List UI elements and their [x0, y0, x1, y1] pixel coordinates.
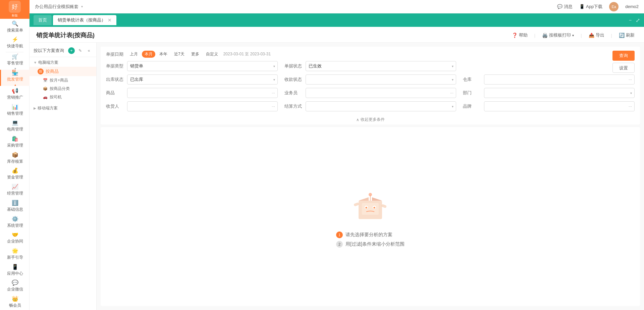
product-dots[interactable]: ···: [272, 91, 275, 95]
industry-dropdown-arrow[interactable]: ▾: [81, 5, 83, 8]
sidebar-item-marketing[interactable]: 📢 营销推广: [0, 86, 30, 102]
tab-maximize-btn[interactable]: ⤢: [636, 17, 640, 23]
export-btn[interactable]: 📤 导出: [586, 31, 607, 40]
sales-icon: 📊: [12, 104, 18, 110]
sidebar-item-ecommerce[interactable]: 💻 电商管理: [0, 118, 30, 134]
filter-cell-receiver: 收货人 ···: [106, 101, 278, 111]
doc-status-select[interactable]: 已生效: [306, 61, 456, 71]
sidebar-item-label: 电商管理: [7, 126, 23, 132]
query-button[interactable]: 查询: [612, 51, 635, 61]
collapse-panel-btn[interactable]: «: [86, 47, 92, 54]
operations-icon: 📈: [12, 184, 18, 190]
tree-item-by-month-product[interactable]: 📅 按月+商品: [30, 76, 96, 85]
tab-minimize-btn[interactable]: －: [628, 17, 633, 24]
print-dropdown-arrow[interactable]: ▾: [572, 34, 574, 37]
svg-point-5: [374, 207, 375, 209]
sidebar-divider: [6, 52, 23, 52]
doc-status-content: 已生效 ▾: [306, 61, 456, 71]
sidebar-item-finance[interactable]: 💰 资金管理: [0, 166, 30, 182]
sidebar-item-label: 畅会员: [9, 303, 21, 308]
top-header: 办公用品行业模拟账套 ▾ 💬 消息 📱 App下载 Ea demo2: [30, 0, 644, 13]
doc-status-label: 单据状态: [284, 63, 303, 69]
sidebar-item-wholesale[interactable]: 🏪 批发管理 ▴: [0, 70, 30, 86]
salesperson-dots[interactable]: ···: [450, 91, 453, 95]
sidebar-item-enterprise-wechat[interactable]: 💬 企业微信: [0, 278, 30, 294]
sidebar-item-operations[interactable]: 📈 经营管理: [0, 182, 30, 198]
sidebar-item-system[interactable]: ⚙️ 系统管理: [0, 214, 30, 230]
sidebar-item-member[interactable]: 👑 畅会员: [0, 294, 30, 310]
industry-label: 办公用品行业模拟账套: [35, 4, 78, 10]
warehouse-dots[interactable]: ···: [629, 77, 632, 82]
basic-icon: ℹ️: [12, 200, 18, 206]
date-tab-this-year[interactable]: 本年: [157, 51, 170, 58]
payment-select[interactable]: [306, 101, 456, 111]
help-icon: ❓: [512, 33, 518, 38]
collab-icon: 🤝: [12, 231, 18, 238]
out-status-select[interactable]: 已出库: [127, 74, 278, 85]
avatar-text: Ea: [612, 5, 616, 9]
user-avatar[interactable]: Ea: [609, 2, 619, 11]
tree-item-by-category[interactable]: 📦 按商品分类: [30, 85, 96, 93]
sidebar-item-enterprise-collab[interactable]: 🤝 企业协同: [0, 230, 30, 246]
collapse-label: 收起更多条件: [361, 117, 385, 122]
receiver-input[interactable]: [127, 101, 278, 111]
add-scheme-btn[interactable]: +: [68, 47, 75, 54]
refresh-btn[interactable]: 🔄 刷新: [616, 31, 637, 40]
tree-item-by-driver[interactable]: 🚗 按司机: [30, 93, 96, 101]
sidebar-item-inventory[interactable]: 📦 库存核算: [0, 150, 30, 166]
retail-icon: 🛒: [12, 53, 18, 60]
product-input[interactable]: [127, 88, 278, 98]
sidebar-item-sales[interactable]: 📊 销售管理: [0, 102, 30, 118]
nav-icon: ⚡: [12, 36, 18, 43]
tab-close-icon[interactable]: ✕: [108, 18, 112, 22]
filter-cell-brand: 品牌 ···: [463, 101, 635, 111]
tree-section-pc-header[interactable]: ▼ 电脑端方案: [30, 58, 96, 67]
sidebar-item-label: 库存核算: [7, 159, 23, 164]
filter-cell-doc-status: 单据状态 已生效 ▾: [284, 61, 456, 71]
filter-container: 单据日期 上月 本月 本年 近7天 更多 自定义 2023-03-01 至 20…: [101, 47, 640, 124]
sidebar-item-basic[interactable]: ℹ️ 基础信息: [0, 198, 30, 214]
brand-input[interactable]: [484, 101, 635, 111]
doc-type-content: 销货单 ▾: [127, 61, 278, 71]
print-btn[interactable]: 🖨️ 按模板打印 ▾: [539, 31, 577, 40]
sidebar-item-quick-nav[interactable]: ⚡ 快捷导航: [0, 35, 30, 51]
left-panel: 按以下方案查询 + ✎ « ▼ 电脑端方案 按: [30, 43, 97, 310]
tab-home[interactable]: 首页: [34, 15, 52, 25]
receiver-dots[interactable]: ···: [272, 104, 275, 109]
filter-cell-doc-type: 单据类型 销货单 ▾: [106, 61, 278, 71]
tree-item-by-month-product-label: 按月+商品: [50, 78, 68, 83]
department-select[interactable]: [484, 88, 635, 98]
salesperson-input[interactable]: [306, 88, 456, 98]
date-tab-more[interactable]: 更多: [189, 51, 202, 58]
date-tab-this-month[interactable]: 本月: [142, 51, 155, 58]
collect-status-select[interactable]: [306, 74, 456, 85]
product-label: 商品: [106, 90, 124, 96]
message-btn[interactable]: 💬 消息: [557, 4, 573, 10]
collapse-bar[interactable]: ∧ 收起更多条件: [106, 115, 635, 124]
app-logo[interactable]: 好 标版: [0, 0, 30, 19]
filter-grid-row2: 出库状态 已出库 ▾ 收款状态: [106, 74, 635, 88]
help-btn[interactable]: ❓ 帮助: [509, 31, 530, 40]
app-download-btn[interactable]: 📱 App下载: [579, 4, 602, 10]
date-tab-last-month[interactable]: 上月: [127, 51, 141, 58]
tree-section-mobile-header[interactable]: ▶ 移动端方案: [30, 104, 96, 112]
tab-sales-stats[interactable]: 销货单统计表（按商品） ✕: [53, 15, 116, 25]
brand-dots[interactable]: ···: [629, 104, 632, 109]
sidebar-item-retail[interactable]: 🛒 零售管理 ▾: [0, 54, 30, 70]
edit-scheme-btn[interactable]: ✎: [77, 47, 84, 54]
filter-cell-warehouse: 仓库 ···: [463, 74, 635, 85]
step2-text: 用[过滤]条件来缩小分析范围: [345, 241, 405, 247]
sidebar-item-app-center[interactable]: 📱 应用中心: [0, 262, 30, 278]
doc-type-select[interactable]: 销货单: [127, 61, 278, 71]
warehouse-input[interactable]: [484, 74, 635, 85]
tab-home-label: 首页: [38, 17, 47, 23]
setting-button[interactable]: 设置: [612, 63, 635, 73]
sidebar-item-purchase[interactable]: 🛍️ 采购管理: [0, 134, 30, 150]
page-container: 销货单统计表(按商品) ❓ 帮助 | 🖨️ 按模板打印 ▾ | 📤: [30, 27, 644, 310]
tree-item-by-product-label: 按商品: [46, 68, 59, 74]
sidebar-item-newbie[interactable]: 🌟 新手引导: [0, 246, 30, 262]
sidebar-item-search[interactable]: 🔍 搜索菜单: [0, 19, 30, 35]
tree-item-by-product[interactable]: 按 按商品: [30, 67, 96, 76]
date-tab-last7[interactable]: 近7天: [171, 51, 187, 58]
date-tab-custom[interactable]: 自定义: [203, 51, 221, 58]
